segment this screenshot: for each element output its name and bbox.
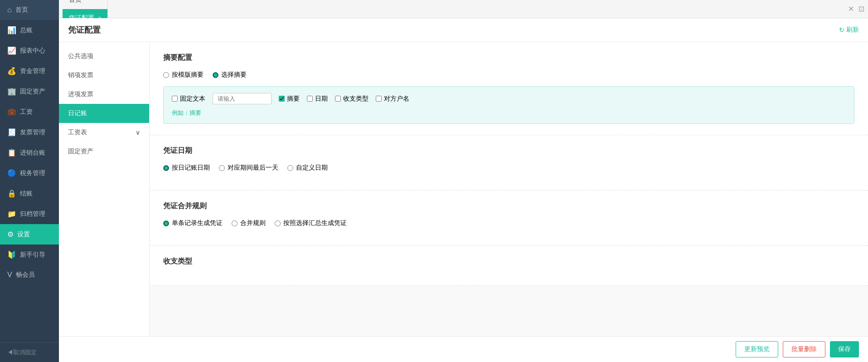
close-window-icon[interactable]: ✕ — [848, 5, 854, 13]
restore-window-icon[interactable]: ⊡ — [858, 5, 864, 13]
cb-abstract-input[interactable] — [279, 96, 285, 102]
sidebar-icon-funds: 💰 — [7, 67, 16, 75]
chevron-icon-payroll: ∨ — [136, 129, 140, 136]
sidebar-item-archive[interactable]: 📁归档管理 — [0, 204, 59, 224]
batch-delete-button[interactable]: 批量删除 — [783, 341, 825, 357]
page-content: 凭证配置 ↻ 刷新 公共选项销项发票进项发票日记账工资表∨固定资产 摘要配置 — [59, 18, 868, 362]
sidebar-icon-assets: 🏢 — [7, 87, 16, 96]
sidebar-label-settings: 设置 — [17, 230, 30, 239]
sidebar-icon-member: V — [7, 271, 12, 279]
merge-radio-single-input[interactable] — [163, 220, 169, 226]
sidebar-item-report[interactable]: 📈报表中心 — [0, 40, 59, 61]
left-nav-item-purchase-invoice[interactable]: 进项发票 — [59, 85, 149, 104]
cb-date[interactable]: 日期 — [307, 95, 328, 103]
left-nav-label-purchase-invoice: 进项发票 — [68, 90, 93, 98]
summary-checkbox-row: 固定文本 摘要 日期 — [172, 93, 846, 104]
date-radio-diary-input[interactable] — [163, 165, 169, 171]
income-type-section: 收支类型 — [150, 246, 868, 286]
sidebar-label-close: 结账 — [20, 190, 33, 198]
merge-radio-rule-input[interactable] — [232, 220, 238, 226]
left-nav-label-diary: 日记账 — [68, 109, 87, 117]
summary-radio-template-input[interactable] — [163, 72, 169, 78]
tab-home-tab[interactable]: 首页 — [63, 0, 108, 9]
sidebar-item-tax[interactable]: 🔵税务管理 — [0, 163, 59, 183]
sidebar-item-home[interactable]: ⌂首页 — [0, 0, 59, 20]
left-nav-item-payroll[interactable]: 工资表∨ — [59, 123, 149, 142]
summary-section: 摘要配置 按模版摘要 选择摘要 — [150, 42, 868, 135]
date-section: 凭证日期 按日记账日期 对应期间最后一天 自定义日期 — [150, 135, 868, 191]
merge-radio-single[interactable]: 单条记录生成凭证 — [163, 219, 223, 227]
sidebar-label-guide: 新手引导 — [20, 251, 45, 259]
sidebar-icon-tax: 🔵 — [7, 169, 16, 177]
sidebar-icon-report: 📈 — [7, 46, 16, 55]
sidebar-item-close[interactable]: 🔒结账 — [0, 183, 59, 204]
sidebar-item-salary[interactable]: 💼工资 — [0, 102, 59, 122]
cb-income-type-input[interactable] — [335, 96, 341, 102]
cb-counterpart-input[interactable] — [376, 96, 382, 102]
date-radio-diary[interactable]: 按日记账日期 — [163, 164, 210, 172]
summary-radio-select[interactable]: 选择摘要 — [213, 71, 247, 79]
left-nav-label-fixed-assets: 固定资产 — [68, 147, 93, 156]
sidebar-label-ledger: 总账 — [20, 26, 33, 34]
date-radio-last[interactable]: 对应期间最后一天 — [219, 164, 278, 172]
left-nav-label-sales-invoice: 销项发票 — [68, 71, 93, 79]
sidebar-item-invoice[interactable]: 🧾发票管理 — [0, 122, 59, 142]
sidebar-item-assets[interactable]: 🏢固定资产 — [0, 81, 59, 102]
sidebar-label-archive: 归档管理 — [20, 210, 45, 218]
sidebar-item-ledger[interactable]: 📊总账 — [0, 20, 59, 40]
merge-title: 凭证合并规则 — [163, 201, 854, 211]
summary-radio-template[interactable]: 按模版摘要 — [163, 71, 204, 79]
cb-counterpart[interactable]: 对方户名 — [376, 95, 409, 103]
date-title: 凭证日期 — [163, 146, 854, 156]
left-nav-item-sales-invoice[interactable]: 销项发票 — [59, 66, 149, 85]
content-layout: 公共选项销项发票进项发票日记账工资表∨固定资产 摘要配置 按模版摘要 选择摘要 — [59, 42, 868, 336]
sidebar-icon-close: 🔒 — [7, 189, 16, 198]
sidebar-unpin[interactable]: ◀取消固定 — [0, 342, 59, 362]
summary-radio-select-input[interactable] — [213, 72, 218, 78]
sidebar-item-guide[interactable]: 🔰新手引导 — [0, 245, 59, 265]
summary-title: 摘要配置 — [163, 53, 854, 63]
update-preview-button[interactable]: 更新预览 — [736, 341, 778, 357]
page-header: 凭证配置 ↻ 刷新 — [59, 18, 868, 42]
summary-radio-group: 按模版摘要 选择摘要 — [163, 71, 854, 79]
cb-fixed-text[interactable]: 固定文本 — [172, 95, 205, 103]
left-nav-label-public: 公共选项 — [68, 52, 93, 60]
date-radio-group: 按日记账日期 对应期间最后一天 自定义日期 — [163, 164, 854, 172]
save-button[interactable]: 保存 — [830, 341, 859, 357]
sidebar-label-salary: 工资 — [20, 108, 33, 116]
refresh-button[interactable]: ↻ 刷新 — [839, 26, 859, 34]
merge-section: 凭证合并规则 单条记录生成凭证 合并规则 按照选择汇总生成凭证 — [150, 191, 868, 246]
sidebar-label-trade: 进销台账 — [20, 149, 45, 157]
left-nav-item-diary[interactable]: 日记账 — [59, 104, 149, 123]
left-nav-item-fixed-assets[interactable]: 固定资产 — [59, 142, 149, 161]
sidebar-icon-invoice: 🧾 — [7, 128, 16, 137]
page-title: 凭证配置 — [68, 24, 101, 35]
cb-income-type[interactable]: 收支类型 — [335, 95, 369, 103]
date-radio-custom[interactable]: 自定义日期 — [287, 164, 328, 172]
merge-radio-select-input[interactable] — [275, 220, 281, 226]
fixed-text-input[interactable] — [213, 93, 272, 104]
bottom-bar: 更新预览 批量删除 保存 — [59, 336, 868, 362]
main-area: 首页凭证配置× ✕ ⊡ 凭证配置 ↻ 刷新 公共选项销项发票进项发票日记账工资表… — [59, 0, 868, 362]
sidebar-item-settings[interactable]: ⚙设置 — [0, 224, 59, 245]
date-radio-last-input[interactable] — [219, 165, 225, 171]
income-type-title: 收支类型 — [163, 257, 854, 266]
cb-date-input[interactable] — [307, 96, 313, 102]
merge-radio-rule[interactable]: 合并规则 — [232, 219, 266, 227]
window-controls: ✕ ⊡ — [848, 5, 864, 13]
sidebar-icon-trade: 📋 — [7, 148, 16, 157]
left-nav-item-public[interactable]: 公共选项 — [59, 47, 149, 66]
sidebar-item-member[interactable]: V畅会员 — [0, 265, 59, 285]
sidebar-item-trade[interactable]: 📋进销台账 — [0, 142, 59, 163]
date-radio-custom-input[interactable] — [287, 165, 293, 171]
cb-abstract[interactable]: 摘要 — [279, 95, 300, 103]
left-nav-label-payroll: 工资表 — [68, 128, 87, 137]
cb-fixed-text-input[interactable] — [172, 96, 178, 102]
refresh-icon: ↻ — [839, 26, 844, 34]
sidebar-label-funds: 资金管理 — [20, 67, 45, 75]
merge-radio-select[interactable]: 按照选择汇总生成凭证 — [275, 219, 347, 227]
sidebar-item-funds[interactable]: 💰资金管理 — [0, 61, 59, 81]
tab-label-home-tab: 首页 — [69, 0, 82, 4]
summary-example: 例如：摘要 — [172, 109, 846, 117]
right-content: 摘要配置 按模版摘要 选择摘要 — [150, 42, 868, 336]
